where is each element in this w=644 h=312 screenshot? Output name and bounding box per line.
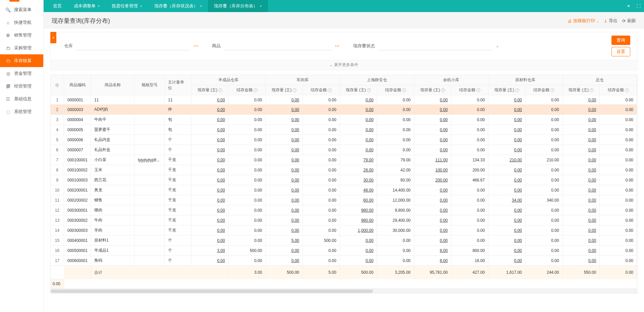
cell-val[interactable]: 28.00 [340, 165, 377, 175]
cell-val[interactable]: 0.00 [563, 125, 600, 135]
cell-val[interactable]: 0.00 [192, 175, 229, 185]
info-icon[interactable]: ? [328, 88, 332, 92]
tab-3[interactable]: 现存量（库存状况表）× [148, 0, 208, 12]
cell-val[interactable]: 0.00 [600, 225, 637, 236]
filter-product-picker-icon[interactable]: ⋯ [335, 43, 340, 49]
cell-val[interactable]: 0.00 [303, 165, 340, 175]
cell-val[interactable]: 0.00 [488, 125, 526, 135]
cell-val[interactable]: 0.00 [229, 175, 266, 185]
cell-val[interactable]: 0.00 [377, 135, 414, 145]
cell-val[interactable]: 0.00 [266, 145, 303, 155]
tab-fullscreen-icon[interactable]: ⛶ [635, 3, 642, 9]
info-icon[interactable]: ? [292, 88, 297, 92]
cell-val[interactable]: 0.00 [377, 125, 414, 135]
cell-val[interactable]: 800.00 [451, 246, 489, 256]
cell-val[interactable]: 0.00 [488, 205, 526, 215]
cell-val[interactable]: 0.00 [600, 155, 637, 165]
cell-val[interactable]: 0.00 [600, 115, 637, 125]
cell-val[interactable]: 0.00 [600, 195, 637, 205]
cell-val[interactable]: 0.00 [266, 225, 303, 236]
cell-val[interactable]: 0.00 [451, 125, 489, 135]
cell-val[interactable]: 0.00 [526, 105, 563, 115]
cell-val[interactable]: 0.00 [563, 115, 600, 125]
cell-val[interactable]: 0.00 [600, 105, 637, 115]
cell-val[interactable]: 0.00 [377, 95, 414, 105]
cell-val[interactable]: 0.00 [340, 246, 377, 256]
cell-val[interactable]: 34.00 [488, 195, 526, 205]
filter-product-input[interactable] [224, 42, 331, 50]
cell-val[interactable]: 0.00 [303, 125, 340, 135]
cell-val[interactable]: 0.00 [229, 195, 266, 205]
cell-val[interactable]: 0.00 [303, 145, 340, 155]
tab-close-icon[interactable]: × [260, 4, 262, 8]
info-icon[interactable]: ? [402, 88, 406, 92]
cell-val[interactable]: 0.00 [229, 105, 266, 115]
cell-val[interactable]: 0.00 [192, 95, 229, 105]
cell-val[interactable]: 30.00 [340, 175, 377, 185]
cell-val[interactable]: 60.00 [377, 175, 414, 185]
cell-val[interactable]: 0.00 [229, 256, 266, 266]
cell-val[interactable]: 0.00 [451, 236, 489, 246]
cell-val[interactable]: 0.00 [266, 256, 303, 266]
cell-val[interactable]: 0.00 [192, 195, 229, 205]
cell-val[interactable]: 0.00 [414, 135, 451, 145]
cell-val[interactable]: 0.00 [451, 135, 489, 145]
cell-val[interactable]: 0.00 [600, 246, 637, 256]
cell-val[interactable]: 0.00 [377, 145, 414, 155]
cell-val[interactable]: 0.00 [303, 155, 340, 165]
cell-val[interactable]: 0.00 [488, 256, 526, 266]
cell-val[interactable]: 0.00 [526, 165, 563, 175]
cell-val[interactable]: 0.00 [600, 125, 637, 135]
cell-val[interactable]: 0.00 [451, 185, 489, 195]
cell-val[interactable]: 0.00 [414, 195, 451, 205]
sidebar-item-2[interactable]: ⚙销售管理 [0, 29, 43, 42]
sidebar-item-8[interactable]: ◌系统管理 [0, 105, 43, 118]
sidebar-item-1[interactable]: ⌂快捷导航 [0, 16, 43, 29]
tab-1[interactable]: 成本调整单× [68, 0, 106, 12]
cell-val[interactable]: 0.00 [229, 236, 266, 246]
cell-val[interactable]: 0.00 [340, 105, 377, 115]
cell-val[interactable]: 0.00 [266, 155, 303, 165]
cell-val[interactable]: 0.00 [488, 246, 526, 256]
cell-val[interactable]: 0.00 [340, 145, 377, 155]
info-icon[interactable]: ? [218, 88, 222, 92]
cell-val[interactable]: 200.00 [414, 175, 451, 185]
cell-val[interactable]: 0.00 [192, 135, 229, 145]
cell-val[interactable]: 0.00 [340, 95, 377, 105]
cell-val[interactable]: 0.00 [526, 246, 563, 256]
cell-val[interactable]: 0.00 [451, 115, 489, 125]
cell-val[interactable]: 60.00 [340, 195, 377, 205]
cell-val[interactable]: 0.00 [303, 205, 340, 215]
cell-val[interactable]: 0.00 [192, 256, 229, 266]
cell-val[interactable]: 0.00 [266, 246, 303, 256]
cell-val[interactable]: 9,800.00 [377, 205, 414, 215]
cell-val[interactable]: 0.00 [377, 256, 414, 266]
cell-val[interactable]: 0.00 [229, 125, 266, 135]
cell-val[interactable]: 0.00 [229, 95, 266, 105]
cell-val[interactable]: 0.00 [451, 95, 489, 105]
cell-val[interactable]: 0.00 [229, 215, 266, 225]
cell-val[interactable]: 0.00 [600, 215, 637, 225]
cell-val[interactable]: 111.00 [414, 155, 451, 165]
cell-val[interactable]: 0.00 [303, 246, 340, 256]
cell-val[interactable]: 0.00 [192, 236, 229, 246]
tab-4[interactable]: 现存量（库存分布表）× [208, 0, 268, 12]
tab-2[interactable]: 拣货任务管理× [106, 0, 148, 12]
expand-conditions-button[interactable]: ⌄ 展开更多条件 [51, 60, 637, 70]
cell-val[interactable]: 210.00 [488, 155, 526, 165]
cell-val[interactable]: 0.00 [340, 135, 377, 145]
cell-val[interactable]: 0.00 [526, 145, 563, 155]
cell-val[interactable]: 0.00 [266, 195, 303, 205]
cell-val[interactable]: 0.00 [451, 145, 489, 155]
cell-val[interactable]: 0.00 [563, 185, 600, 195]
cell-val[interactable]: 0.00 [192, 115, 229, 125]
cell-val[interactable]: 0.00 [266, 115, 303, 125]
cell-val[interactable]: 0.00 [414, 225, 451, 236]
cell-val[interactable]: 0.00 [563, 95, 600, 105]
cell-val[interactable]: 0.00 [303, 135, 340, 145]
cell-val[interactable]: 0.00 [600, 135, 637, 145]
cell-val[interactable]: 0.00 [266, 205, 303, 215]
print-template-button[interactable]: 🖨 按模板打印 ⌄ [568, 18, 599, 24]
cell-val[interactable]: 0.00 [266, 105, 303, 115]
cell-val[interactable]: 980.00 [340, 205, 377, 215]
